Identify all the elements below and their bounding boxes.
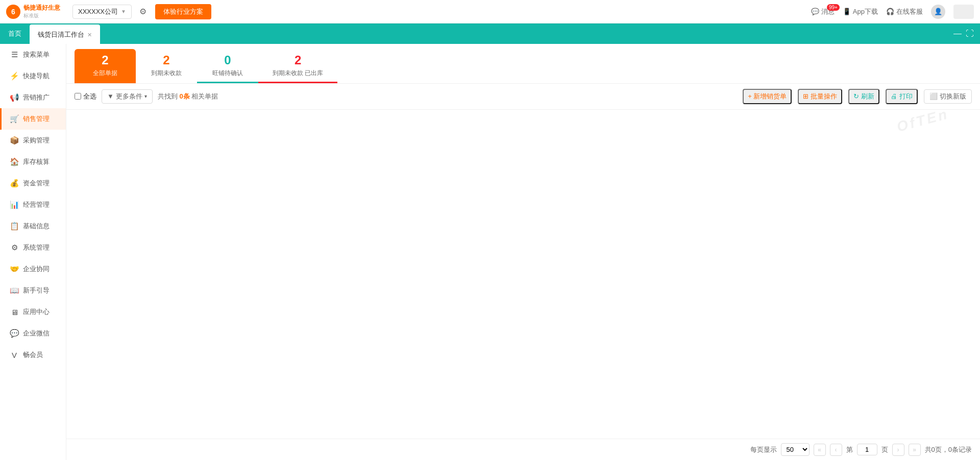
sales-icon: 🛒 [10,114,19,124]
stat-wangpu-number: 0 [224,53,231,68]
sidebar-item-search-label: 搜索菜单 [23,50,50,59]
logo-area: 6 畅捷通好生意 标准版 [6,4,72,19]
stat-tab-wangpu[interactable]: 0 旺铺待确认 [197,49,258,83]
first-page-btn[interactable]: « [814,444,826,456]
batch-btn[interactable]: ⊞ 批量操作 [798,89,842,104]
sidebar-item-guide[interactable]: 📖 新手引导 [0,280,66,301]
stat-tab-overdue[interactable]: 2 到期未收款 [136,49,197,83]
sidebar-item-wechat[interactable]: 💬 企业微信 [0,323,66,344]
stat-overdue-number: 2 [163,53,169,68]
sidebar-item-marketing[interactable]: 📢 营销推广 [0,87,66,108]
next-page-btn[interactable]: › [892,444,904,456]
print-btn[interactable]: 🖨 打印 [886,89,918,104]
sidebar-item-vip[interactable]: V 畅会员 [0,344,66,366]
tab-bar-right: — ⛶ [953,29,980,38]
apps-icon: 🖥 [10,308,19,317]
prev-page-btn[interactable]: ‹ [830,444,842,456]
refresh-icon: ↻ [853,92,859,100]
sidebar-item-collab-label: 企业协同 [23,264,50,274]
count-text: 共找到 0条 相关单据 [158,92,218,101]
sidebar-item-vip-label: 畅会员 [23,350,43,359]
print-icon: 🖨 [891,92,897,100]
app-download-label: App下载 [853,7,878,16]
settings-icon[interactable]: ⚙ [136,5,150,19]
company-selector[interactable]: XXXXXX公司 ▼ [72,5,132,19]
count-suffix: 相关单据 [191,92,218,100]
page-size-label: 每页显示 [750,445,777,454]
filter-btn[interactable]: ▼ 更多条件 ▾ [102,89,153,104]
sidebar: ☰ 搜索菜单 ⚡ 快捷导航 📢 营销推广 🛒 销售管理 📦 采购管理 🏠 库存核… [0,44,66,460]
sidebar-item-finance[interactable]: 💰 资金管理 [0,173,66,194]
tab-home[interactable]: 首页 [0,23,30,44]
add-btn[interactable]: + 新增销货单 [743,89,792,104]
switch-icon: ⬜ [929,92,938,100]
online-service-btn[interactable]: 🎧 在线客服 [886,7,923,16]
company-dropdown-arrow: ▼ [121,9,126,14]
stat-all-number: 2 [102,53,108,68]
download-icon: 📱 [843,8,851,15]
minimize-btn[interactable]: — [953,29,962,38]
batch-icon: ⊞ [803,92,808,100]
avatar[interactable]: 👤 [931,5,945,19]
trial-button[interactable]: 体验行业方案 [155,4,211,19]
sidebar-item-sales-label: 销售管理 [23,114,50,124]
system-icon: ⚙ [10,243,19,252]
print-label: 打印 [899,92,913,101]
tab-close-icon[interactable]: ✕ [87,32,92,38]
logo-text: 畅捷通好生意 标准版 [23,4,60,19]
filter-label: 更多条件 [116,92,142,101]
sidebar-item-operation[interactable]: 📊 经营管理 [0,194,66,215]
toolbar-right: + 新增销货单 ⊞ 批量操作 ↻ 刷新 🖨 打印 ⬜ 切换新版 [743,89,972,104]
message-icon: 💬 [811,8,819,15]
sidebar-item-search[interactable]: ☰ 搜索菜单 [0,44,66,65]
purchase-icon: 📦 [10,136,19,145]
batch-label: 批量操作 [811,92,837,101]
wechat-icon: 💬 [10,329,19,338]
header-right: 💬 消息 99+ 📱 App下载 🎧 在线客服 👤 [811,5,974,19]
top-header: 6 畅捷通好生意 标准版 XXXXXX公司 ▼ ⚙ 体验行业方案 💬 消息 99… [0,0,980,23]
sidebar-item-nav[interactable]: ⚡ 快捷导航 [0,65,66,87]
app-download-btn[interactable]: 📱 App下载 [843,7,878,16]
content-area: 2 全部单据 2 到期未收款 0 旺铺待确认 2 到期未收款 已出库 全选 [66,44,980,460]
main-layout: ☰ 搜索菜单 ⚡ 快捷导航 📢 营销推广 🛒 销售管理 📦 采购管理 🏠 库存核… [0,44,980,460]
message-btn[interactable]: 💬 消息 99+ [811,7,835,16]
refresh-btn[interactable]: ↻ 刷新 [848,89,879,104]
select-all-label: 全选 [83,92,96,101]
search-menu-icon: ☰ [10,50,19,59]
stat-all-label: 全部单据 [93,69,117,78]
stat-shipped-number: 2 [295,53,301,68]
switch-btn[interactable]: ⬜ 切换新版 [924,89,972,104]
finance-icon: 💰 [10,179,19,188]
stat-overdue-label: 到期未收款 [151,69,182,78]
company-name: XXXXXX公司 [78,7,118,16]
select-all-input[interactable] [75,93,81,100]
select-all-checkbox[interactable]: 全选 [75,92,96,101]
maximize-btn[interactable]: ⛶ [966,29,974,38]
operation-icon: 📊 [10,200,19,209]
sidebar-item-base[interactable]: 📋 基础信息 [0,215,66,237]
sidebar-item-operation-label: 经营管理 [23,200,50,209]
stats-tabs: 2 全部单据 2 到期未收款 0 旺铺待确认 2 到期未收款 已出库 [66,44,980,84]
page-size-select[interactable]: 50 10 20 100 [781,443,810,456]
stat-tab-all[interactable]: 2 全部单据 [75,49,136,83]
sidebar-item-sales[interactable]: 🛒 销售管理 [0,108,66,130]
last-page-btn[interactable]: » [909,444,921,456]
sidebar-item-purchase[interactable]: 📦 采购管理 [0,130,66,151]
table-area: OfTEn [66,110,980,439]
sidebar-item-apps-label: 应用中心 [23,307,50,317]
sidebar-item-system[interactable]: ⚙ 系统管理 [0,237,66,258]
tab-qhrc[interactable]: 钱货日清工作台 ✕ [30,25,100,45]
sidebar-item-collab[interactable]: 🤝 企业协同 [0,258,66,280]
tab-bar: 首页 钱货日清工作台 ✕ — ⛶ [0,23,980,44]
count-num: 0条 [180,92,190,100]
sidebar-item-guide-label: 新手引导 [23,286,50,295]
page-suffix: 页 [881,445,888,454]
stat-tab-shipped[interactable]: 2 到期未收款 已出库 [258,49,337,83]
page-current-label: 第 [846,445,853,454]
user-name-area[interactable] [953,5,974,19]
sidebar-item-apps[interactable]: 🖥 应用中心 [0,301,66,323]
page-input[interactable] [857,444,877,455]
marketing-icon: 📢 [10,93,19,102]
sidebar-item-inventory[interactable]: 🏠 库存核算 [0,151,66,173]
service-icon: 🎧 [886,8,894,15]
